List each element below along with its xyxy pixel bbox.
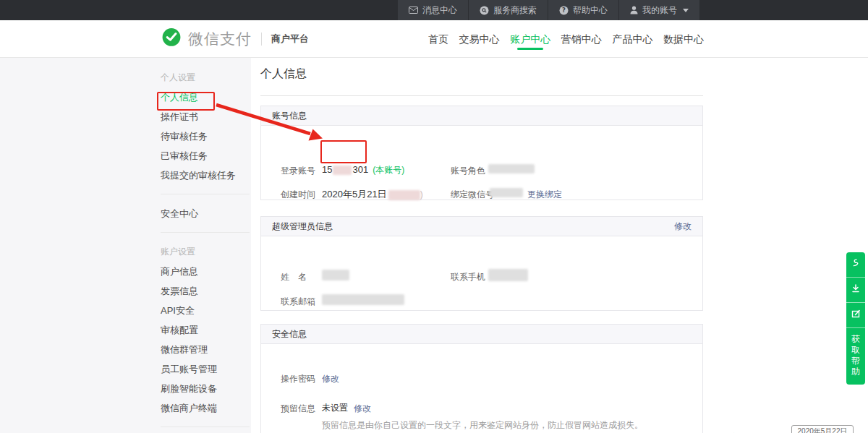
header-divider (261, 33, 262, 46)
account-panel-title: 账号信息 (272, 106, 307, 125)
chevron-down-icon (683, 9, 689, 12)
hotline-icon (851, 258, 861, 271)
nav-marketing-center[interactable]: 营销中心 (561, 20, 602, 58)
security-info-panel: 安全信息 操作密码 修改 预留信息 未设置 修改 预留信息是由你自己设置的一段文… (260, 324, 703, 433)
current-account-tag: (本账号) (373, 165, 404, 175)
sidebar-item-face-smart-device[interactable]: 刷脸智能设备 (161, 379, 250, 398)
sidebar-item-my-submitted-tasks[interactable]: 我提交的审核任务 (161, 166, 250, 185)
nav-account-center[interactable]: 账户中心 (510, 20, 550, 58)
operation-password-label: 操作密码 (281, 373, 315, 385)
nav-product-center[interactable]: 产品中心 (612, 20, 652, 58)
search-circle-icon (480, 6, 489, 15)
primary-nav: 首页 交易中心 账户中心 营销中心 产品中心 数据中心 (428, 20, 704, 58)
my-account-label: 我的账号 (642, 4, 677, 17)
main-content: 个人信息 账号信息 登录账号 15301(本账号) 账号角色 创建时间 2020… (260, 58, 703, 433)
reserved-info-value: 未设置 (322, 402, 348, 414)
edit-icon (851, 309, 861, 322)
account-role-label: 账号角色 (451, 165, 485, 177)
help-center-button[interactable]: ? 帮助中心 (548, 0, 618, 20)
admin-phone-label: 联系手机 (451, 271, 485, 283)
admin-edit-link[interactable]: 修改 (674, 217, 692, 236)
feedback-button[interactable] (846, 303, 865, 328)
sidebar-divider (161, 426, 250, 427)
sidebar-divider (161, 194, 250, 194)
masked-account-role (488, 164, 535, 173)
sidebar-item-reviewed-tasks[interactable]: 已审核任务 (161, 146, 250, 166)
account-info-panel: 账号信息 登录账号 15301(本账号) 账号角色 创建时间 2020年5月21… (260, 106, 703, 200)
nav-home[interactable]: 首页 (428, 20, 448, 58)
sidebar-item-invoice-info[interactable]: 发票信息 (161, 281, 250, 301)
admin-panel-title: 超级管理员信息 (272, 217, 333, 236)
get-help-button[interactable]: 获取帮助 (846, 328, 865, 385)
nav-data-center[interactable]: 数据中心 (663, 20, 704, 58)
user-icon (630, 6, 638, 14)
nav-transaction-center[interactable]: 交易中心 (459, 20, 500, 58)
download-icon (851, 283, 861, 296)
envelope-icon (409, 7, 418, 14)
sidebar-item-wechat-group-mgmt[interactable]: 微信群管理 (161, 340, 250, 359)
created-time-value: 2020年5月21日) (322, 188, 423, 201)
support-button[interactable] (846, 252, 865, 278)
masked-wechat-id (490, 188, 523, 197)
question-circle-icon: ? (559, 6, 569, 15)
login-account-label: 登录账号 (281, 165, 315, 177)
security-panel-title: 安全信息 (272, 325, 307, 343)
service-provider-search-button[interactable]: 服务商搜索 (468, 0, 548, 20)
admin-name-label: 姓 名 (281, 271, 307, 283)
masked-created-time (388, 190, 420, 200)
message-center-label: 消息中心 (422, 4, 457, 17)
description-line: 预留信息是由你自己设置的一段文字，用来鉴定网站身份，防止假冒网站造成损失。 (322, 419, 756, 432)
sidebar-item-personal-info[interactable]: 个人信息 (161, 87, 250, 107)
platform-name: 商户平台 (271, 33, 309, 46)
top-utility-menu: 消息中心 服务商搜索 ? 帮助中心 我的账号 (397, 0, 699, 20)
my-account-menu[interactable]: 我的账号 (618, 0, 699, 20)
created-time-label: 创建时间 (281, 189, 315, 201)
sidebar-item-merchant-info[interactable]: 商户信息 (161, 262, 250, 281)
help-center-label: 帮助中心 (573, 4, 608, 17)
service-provider-search-label: 服务商搜索 (493, 4, 537, 17)
masked-login-digits (333, 166, 352, 175)
get-help-label: 获取帮助 (851, 334, 861, 377)
reserved-edit-link[interactable]: 修改 (354, 403, 371, 415)
sidebar-item-security-center[interactable]: 安全中心 (161, 204, 250, 223)
bound-wechat-label: 绑定微信号 (451, 189, 494, 201)
sidebar-item-pending-review-tasks[interactable]: 待审核任务 (161, 127, 250, 146)
masked-admin-phone (488, 269, 528, 281)
reserved-info-description: 预留信息是由你自己设置的一段文字，用来鉴定网站身份，防止假冒网站造成损失。 配置… (322, 419, 756, 433)
admin-email-label: 联系邮箱 (281, 296, 315, 308)
change-binding-link[interactable]: 更换绑定 (527, 189, 562, 201)
date-tooltip: 2020年5月22日 (791, 425, 854, 433)
sidebar-item-operation-certificate[interactable]: 操作证书 (161, 107, 250, 127)
message-center-button[interactable]: 消息中心 (397, 0, 468, 20)
title-divider (260, 95, 703, 96)
super-admin-panel: 超级管理员信息 修改 姓 名 联系手机 联系邮箱 (260, 216, 703, 311)
reserved-info-label: 预留信息 (281, 403, 315, 415)
page-title: 个人信息 (260, 67, 307, 82)
sidebar-divider (161, 232, 250, 233)
sidebar-section-account-settings: 账户设置 (161, 242, 250, 262)
sidebar-item-review-config[interactable]: 审核配置 (161, 320, 250, 340)
wechat-pay-logo-icon (161, 27, 182, 51)
masked-admin-email (322, 294, 404, 305)
top-utility-bar: 消息中心 服务商搜索 ? 帮助中心 我的账号 (0, 0, 868, 20)
sidebar-item-staff-account-mgmt[interactable]: 员工账号管理 (161, 359, 250, 379)
sidebar-item-api-security[interactable]: API安全 (161, 301, 250, 320)
sidebar-nav: 个人设置 个人信息 操作证书 待审核任务 已审核任务 我提交的审核任务 安全中心… (161, 68, 250, 433)
login-account-value: 15301(本账号) (322, 164, 404, 176)
brand-name: 微信支付 (188, 29, 252, 49)
help-float-bar: 获取帮助 (846, 252, 865, 385)
download-button[interactable] (846, 278, 865, 303)
masked-admin-name (322, 270, 349, 280)
svg-text:?: ? (562, 7, 566, 14)
sidebar-section-personal-settings: 个人设置 (161, 68, 250, 87)
main-header: 微信支付 商户平台 首页 交易中心 账户中心 营销中心 产品中心 数据中心 (0, 20, 868, 58)
brand-logo-group[interactable]: 微信支付 商户平台 (161, 20, 309, 58)
password-edit-link[interactable]: 修改 (322, 373, 339, 385)
sidebar-item-wechat-merchant-terminal[interactable]: 微信商户终端 (161, 398, 250, 418)
